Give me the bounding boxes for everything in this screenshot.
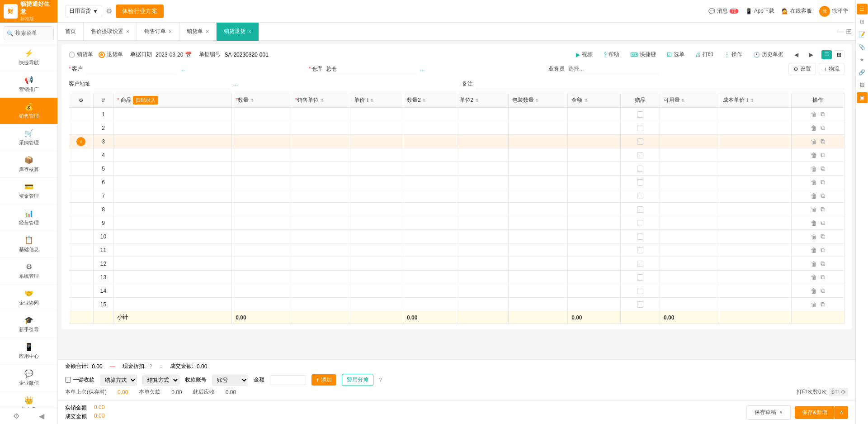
avail-qty-cell[interactable] (660, 230, 719, 243)
add-row-button[interactable]: + (76, 137, 85, 146)
sidebar-item-purchase[interactable]: 🛒 采购管理 (0, 124, 57, 151)
price-cell[interactable] (350, 176, 403, 189)
sidebar-settings-icon[interactable]: ⚙ (13, 412, 19, 420)
right-sidebar-table-view[interactable]: ☰ (857, 4, 868, 14)
gift-checkbox[interactable] (637, 193, 643, 199)
delete-row-button[interactable]: 🗑 (810, 205, 818, 214)
product-cell[interactable] (113, 216, 232, 230)
product-cell[interactable] (113, 243, 232, 257)
sidebar-item-operations[interactable]: 📊 经营管理 (0, 205, 57, 231)
qty2-cell[interactable] (403, 298, 456, 311)
qty2-cell[interactable] (403, 162, 456, 176)
amount-cell[interactable] (568, 216, 621, 230)
cost-price-cell[interactable] (719, 257, 792, 271)
copy-row-button[interactable]: ⧉ (820, 177, 826, 187)
qty2-cell[interactable] (403, 230, 456, 243)
qty2-cell[interactable] (403, 108, 456, 121)
gift-checkbox[interactable] (637, 152, 643, 158)
product-cell[interactable] (113, 257, 232, 271)
sidebar-item-marketing[interactable]: 📢 营销推广 (0, 71, 57, 98)
unit2-cell[interactable] (456, 176, 509, 189)
unit-cell[interactable] (291, 243, 350, 257)
user-menu[interactable]: 徐 徐泽华 (819, 6, 848, 17)
amount-cell[interactable] (568, 243, 621, 257)
save-new-chevron-button[interactable]: ∧ (835, 406, 848, 419)
sidebar-item-vip[interactable]: 👑 畅会员 (0, 391, 57, 408)
customer-input[interactable] (86, 64, 177, 74)
delete-row-button[interactable]: 🗑 (810, 110, 818, 119)
delete-row-button[interactable]: 🗑 (810, 245, 818, 255)
sidebar-item-basic-info[interactable]: 📋 基础信息 (0, 231, 57, 258)
pack-qty-cell[interactable] (509, 284, 568, 298)
sidebar-item-finance[interactable]: 💳 资金管理 (0, 178, 57, 205)
gift-checkbox[interactable] (637, 288, 643, 294)
print-button[interactable]: 🖨 打印 (693, 50, 716, 59)
price-cell[interactable] (350, 243, 403, 257)
qty2-cell[interactable] (403, 135, 456, 148)
copy-row-button[interactable]: ⧉ (820, 300, 826, 309)
copy-row-button[interactable]: ⧉ (820, 218, 826, 228)
avail-qty-cell[interactable] (660, 203, 719, 216)
delete-row-button[interactable]: 🗑 (810, 300, 818, 309)
copy-row-button[interactable]: ⧉ (820, 286, 826, 295)
right-sidebar-image[interactable]: 🖼 (857, 80, 868, 91)
gift-checkbox[interactable] (637, 247, 643, 253)
col-price-sort[interactable]: ⇅ (370, 98, 374, 103)
price-cell[interactable] (350, 148, 403, 162)
qty-cell[interactable] (232, 230, 291, 243)
right-sidebar-attachment[interactable]: 📎 (857, 42, 868, 52)
amount-cell[interactable] (568, 162, 621, 176)
product-cell[interactable] (113, 121, 232, 135)
unit-cell[interactable] (291, 108, 350, 121)
product-cell[interactable] (113, 271, 232, 284)
amount-cell[interactable] (568, 284, 621, 298)
qty-cell[interactable] (232, 176, 291, 189)
logistics-button[interactable]: + 物流 (819, 63, 844, 75)
salesman-input[interactable] (568, 64, 659, 74)
pack-qty-cell[interactable] (509, 230, 568, 243)
sidebar-item-inventory[interactable]: 📦 库存核算 (0, 151, 57, 178)
avail-qty-cell[interactable] (660, 216, 719, 230)
unit2-cell[interactable] (456, 298, 509, 311)
add-button[interactable]: + 添加 (311, 374, 336, 386)
copy-row-button[interactable]: ⧉ (820, 259, 826, 268)
pack-qty-cell[interactable] (509, 162, 568, 176)
help-button[interactable]: ? 帮助 (601, 50, 622, 59)
unit-cell[interactable] (291, 176, 350, 189)
amount-cell[interactable] (568, 121, 621, 135)
product-cell[interactable] (113, 135, 232, 148)
col-gear[interactable]: ⚙ (69, 93, 94, 108)
sidebar-collapse-icon[interactable]: ◀ (39, 412, 44, 420)
gift-checkbox[interactable] (637, 220, 643, 226)
sidebar-item-sales[interactable]: 💰 销售管理 (0, 98, 57, 124)
price-cell[interactable] (350, 203, 403, 216)
pack-qty-cell[interactable] (509, 271, 568, 284)
product-cell[interactable] (113, 203, 232, 216)
video-button[interactable]: ▶ 视频 (573, 50, 595, 59)
right-sidebar-star[interactable]: ★ (857, 54, 868, 65)
select-bill-button[interactable]: ☑ 选单 (664, 50, 687, 59)
product-cell[interactable] (113, 148, 232, 162)
avail-qty-cell[interactable] (660, 271, 719, 284)
price-cell[interactable] (350, 162, 403, 176)
price-cell[interactable] (350, 108, 403, 121)
copy-row-button[interactable]: ⧉ (820, 232, 826, 241)
avail-qty-cell[interactable] (660, 243, 719, 257)
unit2-cell[interactable] (456, 189, 509, 203)
cost-price-cell[interactable] (719, 298, 792, 311)
save-draft-button[interactable]: 保存草稿 ∧ (747, 405, 791, 419)
amount-input[interactable] (270, 375, 306, 385)
amount-cell[interactable] (568, 271, 621, 284)
unit-cell[interactable] (291, 216, 350, 230)
col-unit-sort[interactable]: ⇅ (320, 98, 324, 103)
product-cell[interactable] (113, 298, 232, 311)
amount-cell[interactable] (568, 203, 621, 216)
right-sidebar-link[interactable]: 🔗 (857, 67, 868, 78)
avail-qty-cell[interactable] (660, 108, 719, 121)
pack-qty-cell[interactable] (509, 257, 568, 271)
col-avail-sort[interactable]: ⇅ (681, 98, 685, 103)
unit2-cell[interactable] (456, 162, 509, 176)
cost-price-cell[interactable] (719, 230, 792, 243)
unit-cell[interactable] (291, 189, 350, 203)
gift-checkbox[interactable] (637, 206, 643, 213)
